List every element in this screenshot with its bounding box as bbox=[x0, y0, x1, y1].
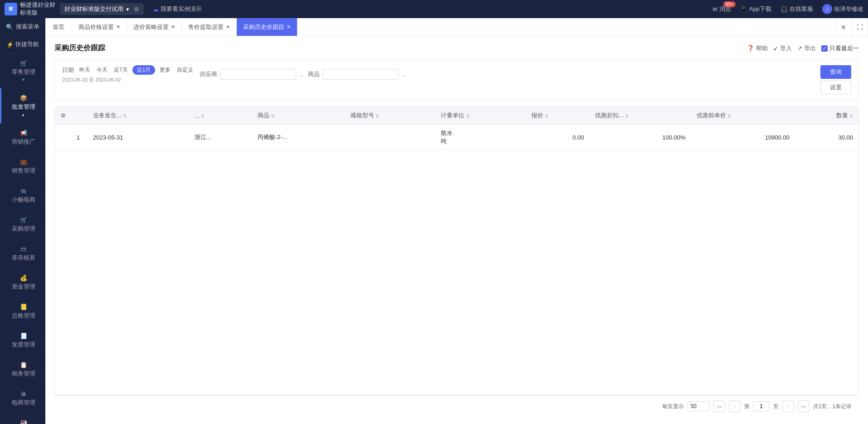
sidebar-item-marketing[interactable]: 📢 营销推广 bbox=[0, 123, 45, 152]
td-quote: 0.00 bbox=[526, 125, 590, 150]
date-option-yesterday[interactable]: 昨天 bbox=[78, 65, 92, 75]
product-more-btn[interactable]: ... bbox=[401, 71, 406, 77]
pagination-next-btn[interactable]: › bbox=[782, 400, 794, 412]
product-input[interactable] bbox=[322, 69, 399, 80]
settings-btn[interactable]: 设置 bbox=[820, 81, 851, 94]
page-actions: ❓ 帮助 ↙ 导入 ↗ 导出 ✓ 只看最后一 bbox=[747, 44, 859, 53]
td-product: 丙烯酸-2-... bbox=[252, 125, 345, 150]
pagination-first-btn[interactable]: ⏮ bbox=[713, 400, 725, 412]
pagination-page-input[interactable] bbox=[753, 401, 770, 411]
tab-pricing-strategy-close[interactable]: ✕ bbox=[171, 24, 175, 30]
th-gear[interactable]: ⚙ bbox=[55, 107, 71, 125]
help-btn[interactable]: ❓ 帮助 bbox=[747, 44, 768, 53]
demo-link[interactable]: ☁ 我要看实例演示 bbox=[153, 5, 202, 13]
app-logo: 财 畅捷通好业财 标准版 bbox=[5, 1, 55, 17]
per-page-select[interactable]: 50 100 200 bbox=[688, 401, 710, 411]
tabbar-right: ✕ ⛶ bbox=[835, 18, 868, 36]
query-btn[interactable]: 查询 bbox=[820, 65, 851, 79]
pagination-last-btn[interactable]: ⏭ bbox=[798, 400, 809, 412]
topbar-right: ✉ 消息 99+ 📱 App下载 🎧 在线客服 人 徐泽华修改 bbox=[712, 4, 863, 14]
td-biz-date: 2023-05-31 bbox=[88, 125, 189, 150]
data-table-container: ⚙ 业务发生... ⇅ ... ⇅ 商品 bbox=[54, 106, 859, 395]
th-biz-date[interactable]: 业务发生... ⇅ bbox=[88, 107, 189, 125]
td-discount: 100.00% bbox=[590, 125, 691, 150]
filter-area: 日期 昨天 今天 近7天 近1月 更多 自定义 2023-05-02 至 202… bbox=[54, 59, 859, 100]
date-filter-group: 日期 昨天 今天 近7天 近1月 更多 自定义 2023-05-02 至 202… bbox=[62, 65, 195, 83]
message-btn[interactable]: ✉ 消息 99+ bbox=[712, 5, 731, 13]
user-menu-btn[interactable]: 人 徐泽华修改 bbox=[822, 4, 863, 14]
app-download-btn[interactable]: 📱 App下载 bbox=[740, 5, 771, 13]
table-row: 1 2023-05-31 浙江... 丙烯酸-2-... 散水 吨 0.00 1… bbox=[55, 125, 858, 150]
sidebar-item-retail[interactable]: 🛒 零售管理 ▾ bbox=[0, 53, 45, 88]
supplier-filter-group: 供应商 ... bbox=[200, 69, 303, 80]
td-more: 浙江... bbox=[189, 125, 252, 150]
import-btn[interactable]: ↙ 导入 bbox=[773, 44, 792, 53]
sidebar-item-finance[interactable]: 💰 资金管理 bbox=[0, 268, 45, 297]
date-option-today[interactable]: 今天 bbox=[95, 65, 109, 75]
tab-pricing-strategy[interactable]: 进价策略设置 ✕ bbox=[127, 18, 182, 36]
td-gear bbox=[55, 125, 71, 150]
page-header: 采购历史价跟踪 ❓ 帮助 ↙ 导入 ↗ 导出 ✓ bbox=[54, 43, 859, 53]
table-header-row: ⚙ 业务发生... ⇅ ... ⇅ 商品 bbox=[55, 107, 858, 125]
sidebar-item-wholesale[interactable]: 📦 批发管理 ▴ bbox=[0, 88, 45, 123]
td-spec bbox=[345, 125, 435, 150]
product-selector[interactable]: 好业财标准版交付试用 ▾ ⚙ bbox=[60, 3, 144, 15]
tab-expand-btn[interactable]: ⛶ bbox=[852, 18, 868, 36]
tab-sale-price[interactable]: 售价提取设置 ✕ bbox=[182, 18, 237, 36]
sidebar-item-inventory[interactable]: 🗃 库存核算 bbox=[0, 239, 45, 268]
main-layout: 🔍 搜索菜单 ⚡ 快捷导航 🛒 零售管理 ▾ 📦 批发管理 ▴ 📢 营销推广 💼… bbox=[0, 18, 868, 424]
date-range-display: 2023-05-02 至 2023-06-02 bbox=[62, 77, 121, 83]
tab-home[interactable]: 首页 bbox=[45, 18, 72, 36]
sidebar-item-ecommerce[interactable]: 🖥 电商管理 bbox=[0, 384, 45, 413]
topbar: 财 畅捷通好业财 标准版 好业财标准版交付试用 ▾ ⚙ ☁ 我要看实例演示 ✉ … bbox=[0, 0, 868, 18]
logo-text: 畅捷通好业财 标准版 bbox=[20, 1, 55, 17]
date-option-more[interactable]: 更多 bbox=[158, 65, 172, 75]
th-discount[interactable]: 优惠折扣... ⇅ bbox=[590, 107, 691, 125]
sidebar-item-sales[interactable]: 💼 销售管理 bbox=[0, 152, 45, 181]
supplier-input[interactable] bbox=[220, 69, 296, 80]
tab-purchase-history-close[interactable]: ✕ bbox=[287, 24, 291, 30]
tab-price[interactable]: 商品价格设置 ✕ bbox=[72, 18, 127, 36]
page-content: 采购历史价跟踪 ❓ 帮助 ↙ 导入 ↗ 导出 ✓ bbox=[45, 36, 868, 424]
sidebar-item-tax[interactable]: 📋 税务管理 bbox=[0, 355, 45, 384]
date-option-custom[interactable]: 自定义 bbox=[175, 65, 195, 75]
td-seq: 1 bbox=[71, 125, 88, 150]
th-seq bbox=[71, 107, 88, 125]
sidebar-item-invoice[interactable]: 🧾 发票管理 bbox=[0, 326, 45, 355]
export-btn[interactable]: ↗ 导出 bbox=[797, 44, 816, 53]
tab-purchase-history[interactable]: 采购历史价跟踪 ✕ bbox=[237, 18, 297, 36]
sidebar-item-ecommerce-small[interactable]: 🛍 小畅电商 bbox=[0, 181, 45, 210]
tab-sale-price-close[interactable]: ✕ bbox=[226, 24, 230, 30]
sidebar-search[interactable]: 🔍 搜索菜单 bbox=[0, 18, 45, 36]
filter-row: 日期 昨天 今天 近7天 近1月 更多 自定义 2023-05-02 至 202… bbox=[62, 65, 811, 83]
sidebar: 🔍 搜索菜单 ⚡ 快捷导航 🛒 零售管理 ▾ 📦 批发管理 ▴ 📢 营销推广 💼… bbox=[0, 18, 45, 424]
th-more[interactable]: ... ⇅ bbox=[189, 107, 252, 125]
sidebar-item-purchase[interactable]: 🛒 采购管理 bbox=[0, 210, 45, 239]
pagination: 每页显示 50 100 200 ⏮ ‹ 第 页 › ⏭ 共1页，1条记录 bbox=[54, 395, 859, 417]
th-product[interactable]: 商品 ⇅ bbox=[252, 107, 345, 125]
date-option-last7[interactable]: 近7天 bbox=[112, 65, 130, 75]
content-area: 首页 商品价格设置 ✕ 进价策略设置 ✕ 售价提取设置 ✕ 采购历史价跟踪 ✕ … bbox=[45, 18, 868, 424]
only-last-checkbox[interactable]: ✓ 只看最后一 bbox=[821, 44, 859, 53]
filter-actions: 查询 设置 bbox=[820, 65, 851, 94]
tabbar: 首页 商品价格设置 ✕ 进价策略设置 ✕ 售价提取设置 ✕ 采购历史价跟踪 ✕ … bbox=[45, 18, 868, 36]
sidebar-item-fixed-assets[interactable]: 🏭 固定资产 bbox=[0, 413, 45, 424]
data-table: ⚙ 业务发生... ⇅ ... ⇅ 商品 bbox=[55, 107, 858, 150]
th-spec[interactable]: 规格型号 ⇅ bbox=[345, 107, 435, 125]
pagination-prev-btn[interactable]: ‹ bbox=[729, 400, 741, 412]
th-pre-discount-price[interactable]: 优惠前单价 ⇅ bbox=[691, 107, 795, 125]
tab-close-window-btn[interactable]: ✕ bbox=[835, 18, 852, 36]
tab-price-close[interactable]: ✕ bbox=[116, 24, 120, 30]
td-unit: 散水 吨 bbox=[435, 125, 526, 150]
sidebar-item-general-ledger[interactable]: 📒 总账管理 bbox=[0, 297, 45, 326]
table-body: 1 2023-05-31 浙江... 丙烯酸-2-... 散水 吨 0.00 1… bbox=[55, 125, 858, 150]
td-qty: 30.00 bbox=[795, 125, 858, 150]
date-option-last1month[interactable]: 近1月 bbox=[132, 65, 156, 75]
sidebar-quicknav[interactable]: ⚡ 快捷导航 bbox=[0, 36, 45, 53]
supplier-more-btn[interactable]: ... bbox=[299, 71, 303, 77]
th-quote[interactable]: 报价 ⇅ bbox=[526, 107, 590, 125]
th-unit[interactable]: 计量单位 ⇅ bbox=[435, 107, 526, 125]
th-qty[interactable]: 数量 ⇅ bbox=[795, 107, 858, 125]
online-service-btn[interactable]: 🎧 在线客服 bbox=[780, 5, 813, 13]
td-pre-discount-price: 10900.00 bbox=[691, 125, 795, 150]
